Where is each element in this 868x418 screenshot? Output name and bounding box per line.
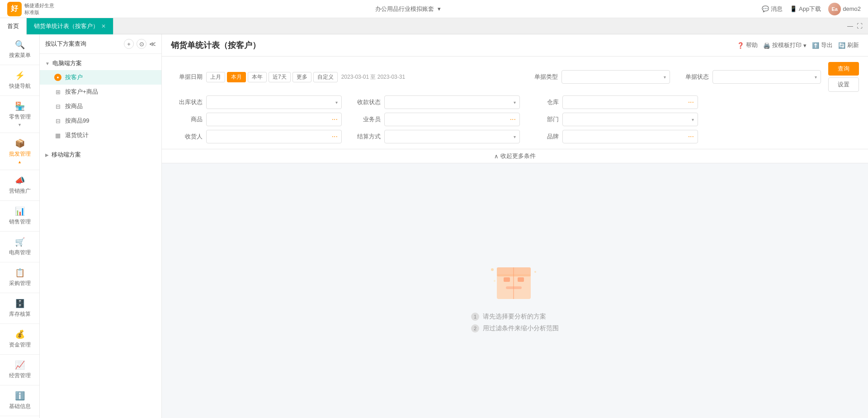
- empty-hint-2-text: 用过滤条件来缩小分析范围: [483, 324, 559, 332]
- scheme-item-by-customer[interactable]: ● 按客户: [40, 70, 161, 85]
- logo-icon: 好: [7, 2, 22, 16]
- empty-svg: [488, 249, 542, 304]
- sidebar-item-inventory[interactable]: 🗄️ 库存核算: [0, 293, 39, 324]
- scheme-group-desktop-label: 电脑端方案: [52, 59, 82, 67]
- empty-hints: 1 请先选择要分析的方案 2 用过滤条件来缩小分析范围: [471, 313, 559, 332]
- sidebar-item-ecommerce[interactable]: 🛒 电商管理: [0, 232, 39, 262]
- sidebar-item-search[interactable]: 🔍 搜索菜单: [0, 34, 39, 65]
- sidebar-item-operations[interactable]: 📈 经营管理: [0, 355, 39, 385]
- date-range-text: 2023-03-01 至 2023-03-31: [341, 73, 405, 81]
- brand-input[interactable]: ···: [562, 130, 698, 143]
- help-icon: ❓: [737, 42, 744, 49]
- empty-state: 1 请先选择要分析的方案 2 用过滤条件来缩小分析范围: [162, 163, 868, 418]
- scheme-item-by-goods-99[interactable]: ⊟ 按商品99: [40, 114, 161, 128]
- pay-status-select[interactable]: ▾: [384, 95, 520, 109]
- sidebar-item-baseinfo[interactable]: ℹ️ 基础信息: [0, 385, 39, 416]
- date-btn-this-year[interactable]: 本年: [248, 72, 267, 82]
- setting-btn[interactable]: 设置: [828, 77, 859, 92]
- pay-status-filter: 收款状态 ▾: [349, 95, 520, 109]
- doc-status-select[interactable]: ▾: [712, 70, 821, 84]
- message-btn[interactable]: 💬 消息: [762, 5, 783, 13]
- goods-filter: 商品 ···: [171, 113, 342, 126]
- goods-dots[interactable]: ···: [332, 115, 338, 124]
- sidebar-item-marketing[interactable]: 📣 营销推广: [0, 170, 39, 201]
- scheme-icon-table2: ⊟: [54, 117, 61, 124]
- main-layout: 🔍 搜索菜单 ⚡ 快捷导航 🏪 零售管理 ▼ 📦 批发管理 ▲ 📣 营销推广 📊…: [0, 34, 868, 418]
- out-status-select[interactable]: ▾: [206, 95, 342, 109]
- settle-filter: 结算方式 ▾: [349, 130, 520, 143]
- query-btn[interactable]: 查询: [828, 62, 859, 76]
- tab-close-icon[interactable]: ✕: [101, 23, 106, 29]
- tab-sales-stat[interactable]: 销货单统计表（按客户） ✕: [27, 18, 113, 34]
- add-scheme-btn[interactable]: +: [124, 39, 134, 49]
- sidebar-finance-label: 资金管理: [9, 341, 31, 349]
- marketing-icon: 📣: [15, 176, 25, 185]
- help-btn[interactable]: ❓ 帮助: [737, 41, 758, 49]
- scheme-item-return-stat[interactable]: ▦ 退货统计: [40, 128, 161, 142]
- svg-rect-3: [504, 277, 510, 282]
- scheme-item-by-goods-99-label: 按商品99: [65, 117, 89, 125]
- date-btn-this-month[interactable]: 本月: [227, 72, 246, 82]
- dept-select[interactable]: ▾: [562, 113, 698, 126]
- scheme-group-mobile-header[interactable]: ▶ 移动端方案: [40, 148, 161, 162]
- app-download-btn[interactable]: 📱 App下载: [790, 5, 821, 13]
- export-btn[interactable]: ⬆️ 导出: [812, 41, 833, 49]
- scheme-item-by-customer-goods[interactable]: ⊞ 按客户+商品: [40, 85, 161, 99]
- user-menu[interactable]: Ea demo2: [828, 3, 861, 15]
- out-status-label: 出库状态: [171, 98, 203, 106]
- goods-label: 商品: [171, 115, 203, 124]
- staff-dots[interactable]: ···: [510, 115, 516, 124]
- dept-arrow: ▾: [692, 117, 694, 122]
- scheme-icon-table: ⊟: [54, 103, 61, 110]
- empty-illustration: [488, 249, 542, 304]
- industry-name: 办公用品行业模拟账套: [375, 5, 434, 13]
- tab-home[interactable]: 首页: [0, 18, 27, 34]
- print-btn[interactable]: 🖨️ 按模板打印 ▾: [763, 41, 807, 49]
- sidebar-item-wholesale[interactable]: 📦 批发管理 ▲: [0, 133, 39, 170]
- doc-type-select[interactable]: ▾: [561, 70, 670, 84]
- brand-filter: 品牌 ···: [527, 130, 698, 143]
- retail-arrow-icon: ▼: [18, 123, 22, 127]
- sidebar-item-retail[interactable]: 🏪 零售管理 ▼: [0, 96, 39, 133]
- refresh-btn[interactable]: 🔄 刷新: [838, 41, 859, 49]
- warehouse-input[interactable]: ···: [562, 95, 698, 109]
- sidebar-operations-label: 经营管理: [9, 372, 31, 380]
- warehouse-dots[interactable]: ···: [688, 98, 694, 106]
- scheme-group-desktop-header[interactable]: ▼ 电脑端方案: [40, 57, 161, 70]
- warehouse-filter: 仓库 ···: [527, 95, 698, 109]
- scheme-item-by-goods[interactable]: ⊟ 按商品: [40, 99, 161, 114]
- doc-type-label: 单据类型: [526, 73, 558, 81]
- date-btn-custom[interactable]: 自定义: [313, 72, 338, 82]
- refresh-label: 刷新: [847, 41, 859, 49]
- topbar-left: 好 畅捷通好生意 标准版: [7, 2, 54, 16]
- maximize-icon[interactable]: ⛶: [857, 23, 863, 29]
- collapse-left-panel-btn[interactable]: ≪: [149, 40, 156, 48]
- date-btn-7days[interactable]: 近7天: [269, 72, 291, 82]
- sidebar-baseinfo-label: 基础信息: [9, 403, 31, 410]
- search-icon: 🔍: [15, 40, 25, 50]
- brand-label: 品牌: [527, 133, 559, 141]
- minimize-icon[interactable]: —: [847, 23, 853, 29]
- sidebar-retail-label: 零售管理: [9, 113, 31, 121]
- collapse-link[interactable]: ∧ 收起更多条件: [494, 152, 536, 160]
- avatar: Ea: [828, 3, 841, 15]
- settle-select[interactable]: ▾: [384, 130, 520, 143]
- edit-scheme-btn[interactable]: ⊙: [137, 39, 146, 49]
- sidebar-item-finance[interactable]: 💰 资金管理: [0, 324, 39, 355]
- sidebar-item-quick-nav[interactable]: ⚡ 快捷导航: [0, 65, 39, 96]
- sidebar-item-sales-mgmt[interactable]: 📊 销售管理: [0, 201, 39, 232]
- receiver-dots[interactable]: ···: [332, 133, 338, 141]
- print-arrow-icon: ▾: [803, 42, 807, 49]
- date-btn-last-month[interactable]: 上月: [206, 72, 225, 82]
- brand-dots[interactable]: ···: [688, 133, 694, 141]
- sidebar-search-label: 搜索菜单: [9, 52, 31, 59]
- sidebar-item-sysmgmt[interactable]: ⚙️ 系统管理: [0, 416, 39, 418]
- goods-input[interactable]: ···: [206, 113, 342, 126]
- receiver-input[interactable]: ···: [206, 130, 342, 143]
- svg-rect-4: [518, 277, 524, 282]
- sidebar-item-purchase[interactable]: 📋 采购管理: [0, 262, 39, 293]
- date-btn-more[interactable]: 更多: [292, 72, 311, 82]
- staff-input[interactable]: ···: [384, 113, 520, 126]
- sidebar: 🔍 搜索菜单 ⚡ 快捷导航 🏪 零售管理 ▼ 📦 批发管理 ▲ 📣 营销推广 📊…: [0, 34, 40, 418]
- tab-sales-stat-label: 销货单统计表（按客户）: [34, 22, 99, 30]
